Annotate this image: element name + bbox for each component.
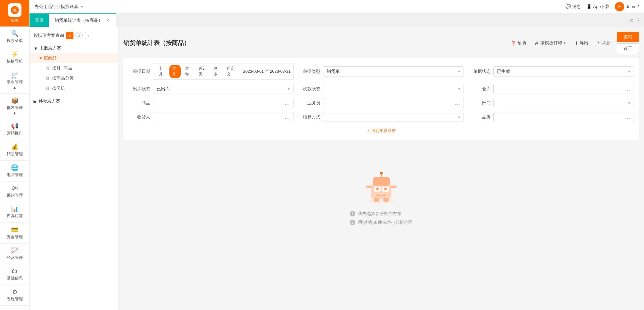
settings-btn[interactable]: 设置 — [617, 43, 639, 54]
recipient-label: 收货人 — [128, 114, 150, 120]
sidebar-item-sales[interactable]: 💰 销售管理 — [0, 140, 29, 161]
tree-desktop-label: 电脑端方案 — [40, 45, 61, 51]
payment-arrow-icon: ▾ — [458, 87, 460, 91]
tab-home[interactable]: 首页 — [30, 13, 49, 27]
svg-point-6 — [376, 188, 379, 190]
doctype-arrow-icon: ▾ — [458, 69, 460, 74]
collapse-panel-btn[interactable]: « — [85, 32, 92, 39]
doctype-select[interactable]: 销货单 ▾ — [323, 66, 464, 76]
filter-cell-doctype: 单据类型 销货单 ▾ — [299, 66, 464, 76]
page-content: 按以下方案查询 + ⚙ « ▼ 电脑端方案 按商品 月 按月+商品 — [30, 27, 644, 310]
export-label: 导出 — [580, 40, 588, 46]
tree-item-by-category-label: 按商品分类 — [52, 75, 74, 81]
department-select[interactable]: ▾ — [493, 99, 634, 107]
warehouse-input[interactable]: … — [493, 84, 634, 94]
top-header: 办公用品行业模拟账套 ▾ 💬 消息 📱 App下载 E demo2 — [30, 0, 644, 13]
tree-desktop-section: ▼ 电脑端方案 按商品 月 按月+商品 目 按商品分类 目 按司机 — [30, 42, 118, 95]
date-tab-this-month[interactable]: 本月 — [169, 65, 181, 78]
add-scheme-btn[interactable]: + — [66, 32, 73, 39]
brand-label: 品牌 — [469, 114, 491, 120]
sidebar-item-finance[interactable]: 💳 资金管理 — [0, 223, 29, 244]
sidebar-item-system[interactable]: ⚙ 系统管理 — [0, 285, 29, 306]
query-btn[interactable]: 查询 — [617, 32, 639, 42]
tab-sales-stats[interactable]: 销货单统计表（按商品） ✕ — [49, 13, 116, 27]
tree-item-by-product[interactable]: 按商品 — [30, 53, 118, 63]
date-value: 2023-03-01 至 2023-03-31 — [243, 69, 290, 74]
outstatus-select[interactable]: 已出库 ▾ — [153, 84, 293, 94]
date-tab-this-year[interactable]: 本年 — [182, 65, 194, 78]
export-btn[interactable]: ⬇ 导出 — [572, 39, 591, 47]
doctype-value: 销货单 — [327, 68, 340, 74]
date-tabs: 上月 本月 本年 近7天 更多 自定义 — [156, 65, 239, 78]
app-download-icon: 📱 — [586, 4, 592, 9]
marketing-icon: 📢 — [11, 122, 18, 130]
sidebar-item-base[interactable]: 🗂 基础信息 — [0, 264, 29, 285]
department-arrow-icon: ▾ — [628, 101, 630, 105]
date-tab-more[interactable]: 更多 — [211, 65, 222, 78]
wholesale-icon: 📦 — [11, 97, 18, 104]
date-tab-last-7[interactable]: 近7天 — [196, 65, 209, 78]
tree-item-by-month-product[interactable]: 月 按月+商品 — [30, 63, 118, 73]
sidebar-item-inventory[interactable]: 📊 库存核算 — [0, 202, 29, 223]
refresh-btn[interactable]: ↻ 刷新 — [594, 39, 613, 47]
operations-icon: 📈 — [11, 247, 18, 254]
tab-restore-btn[interactable]: ⊡ — [636, 17, 641, 23]
collapse-up-icon: ∧ — [367, 128, 370, 133]
sidebar-item-sales-label: 销售管理 — [7, 151, 23, 157]
sidebar-item-wholesale[interactable]: 📦 批发管理 ▲ — [0, 94, 29, 119]
docstatus-label: 单据状态 — [469, 68, 491, 74]
sidebar-item-retail[interactable]: 🛒 零售管理 ▲ — [0, 68, 29, 94]
svg-rect-13 — [374, 198, 379, 202]
print-dropdown-icon: ▾ — [564, 41, 566, 46]
sidebar-item-marketing[interactable]: 📢 营销推广 — [0, 119, 29, 140]
sidebar-item-purchase[interactable]: 🛍 采购管理 — [0, 182, 29, 202]
product-input[interactable]: … — [153, 98, 293, 108]
recipient-input[interactable]: … — [153, 112, 293, 122]
sidebar-item-retail-label: 零售管理 — [7, 80, 23, 85]
sidebar-item-enterprise[interactable]: 🤝 企业协同 — [0, 306, 29, 310]
tree-mobile-title[interactable]: ▶ 移动端方案 — [30, 97, 118, 106]
svg-rect-11 — [366, 186, 372, 188]
logo-area: 畅 标胤 — [0, 0, 29, 27]
settings-scheme-btn[interactable]: ⚙ — [75, 32, 83, 39]
message-btn[interactable]: 💬 消息 — [566, 4, 581, 10]
settlement-select[interactable]: ▾ — [323, 113, 464, 121]
print-btn[interactable]: 🖨 按模板打印 ▾ — [532, 39, 569, 47]
docstatus-select[interactable]: 已生效 ▾ — [493, 66, 634, 76]
category-icon: 目 — [45, 75, 50, 81]
sidebar-item-ecommerce[interactable]: 🌐 电商管理 — [0, 161, 29, 182]
user-area[interactable]: E demo2 — [615, 2, 639, 11]
filter-cell-product: 商品 … — [128, 98, 293, 108]
industry-dropdown-icon[interactable]: ▾ — [81, 4, 83, 9]
sidebar-item-marketing-label: 营销推广 — [7, 131, 23, 136]
finance-icon: 💳 — [11, 226, 18, 234]
date-tab-custom[interactable]: 自定义 — [224, 65, 239, 78]
search-icon: 🔍 — [11, 30, 18, 37]
header-left: 办公用品行业模拟账套 ▾ — [35, 4, 83, 10]
panel-header: 按以下方案查询 + ⚙ « — [30, 30, 118, 42]
collapse-filters-btn[interactable]: ∧ 收起更多条件 — [128, 126, 634, 135]
tree-desktop-title[interactable]: ▼ 电脑端方案 — [30, 44, 118, 53]
header-right: 💬 消息 📱 App下载 E demo2 — [566, 2, 639, 11]
date-tab-last-month[interactable]: 上月 — [156, 65, 168, 78]
tab-close-all-btn[interactable]: ✕ — [629, 17, 634, 23]
panel-header-label: 按以下方案查询 — [34, 33, 64, 39]
sidebar-item-quicknav[interactable]: ⚡ 快捷导航 — [0, 47, 29, 68]
tree-mobile-arrow: ▶ — [34, 99, 37, 104]
salesperson-input[interactable]: … — [323, 98, 464, 108]
help-label: 帮助 — [517, 40, 526, 46]
svg-point-10 — [380, 172, 383, 174]
tree-item-by-driver[interactable]: 目 按司机 — [30, 83, 118, 93]
filter-card: 单据日期 上月 本月 本年 近7天 更多 自定义 — [123, 58, 639, 140]
app-download-btn[interactable]: 📱 App下载 — [586, 4, 609, 10]
payment-select[interactable]: ▾ — [323, 85, 464, 93]
sidebar-item-operations[interactable]: 📈 经营管理 — [0, 244, 29, 264]
sidebar-item-search[interactable]: 🔍 搜索菜单 — [0, 27, 29, 47]
refresh-icon: ↻ — [597, 41, 601, 46]
brand-input[interactable]: … — [493, 112, 634, 122]
outstatus-arrow-icon: ▾ — [288, 87, 290, 91]
filter-cell-recipient: 收货人 … — [128, 112, 293, 122]
tree-item-by-category[interactable]: 目 按商品分类 — [30, 73, 118, 83]
help-btn[interactable]: ❓ 帮助 — [508, 39, 529, 47]
tab-close-btn[interactable]: ✕ — [105, 17, 111, 23]
